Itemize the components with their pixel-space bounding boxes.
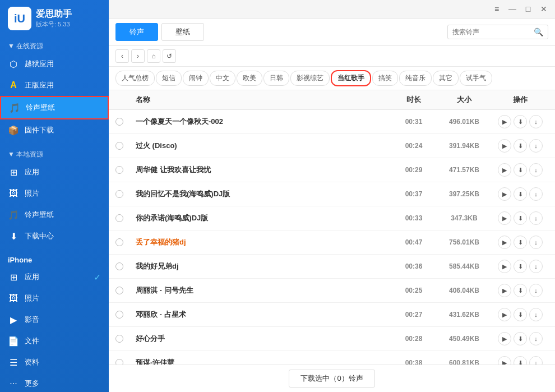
add-btn-4[interactable]: ↓ xyxy=(529,211,543,225)
play-btn-1[interactable]: ▶ xyxy=(498,139,511,153)
radio-9[interactable] xyxy=(115,335,123,343)
ringtone-tab[interactable]: 铃声 xyxy=(115,23,158,41)
category-tab-laugh[interactable]: 搞笑 xyxy=(372,71,398,86)
row-check-2[interactable] xyxy=(115,166,136,174)
category-tab-other[interactable]: 其它 xyxy=(433,71,459,86)
forward-btn[interactable]: › xyxy=(131,49,145,63)
category-tab-pure[interactable]: 纯音乐 xyxy=(399,71,432,86)
download-btn-2[interactable]: ⬇ xyxy=(514,163,527,177)
wallpaper-tab[interactable]: 壁纸 xyxy=(161,23,204,41)
row-check-10[interactable] xyxy=(115,359,136,365)
radio-0[interactable] xyxy=(115,118,123,126)
add-btn-10[interactable]: ↓ xyxy=(529,356,543,365)
table-row[interactable]: 我的好兄弟dj 00:36 585.44KB ▶ ⬇ ↓ xyxy=(109,255,555,279)
row-check-6[interactable] xyxy=(115,262,136,270)
sidebar-item-iphone-data[interactable]: ☰ 资料 xyxy=(0,352,109,373)
sidebar-item-iphone-apps[interactable]: ⊞ 应用 ✓ xyxy=(0,266,109,288)
play-btn-8[interactable]: ▶ xyxy=(498,308,511,321)
radio-6[interactable] xyxy=(115,262,123,270)
download-btn-1[interactable]: ⬇ xyxy=(514,139,527,153)
play-btn-7[interactable]: ▶ xyxy=(498,284,511,297)
add-btn-7[interactable]: ↓ xyxy=(529,284,543,297)
download-btn-3[interactable]: ⬇ xyxy=(514,187,527,201)
row-check-1[interactable] xyxy=(115,142,136,150)
play-btn-9[interactable]: ▶ xyxy=(498,332,511,345)
category-tab-try-mood[interactable]: 试手气 xyxy=(460,71,492,86)
play-btn-6[interactable]: ▶ xyxy=(498,260,511,273)
category-tab-hot-singer[interactable]: 当红歌手 xyxy=(331,70,371,86)
search-input[interactable] xyxy=(452,28,531,36)
play-btn-5[interactable]: ▶ xyxy=(498,236,511,249)
row-check-4[interactable] xyxy=(115,214,136,222)
table-row[interactable]: 周华健 让我欢喜让我忧 00:29 471.57KB ▶ ⬇ ↓ xyxy=(109,158,555,182)
add-btn-5[interactable]: ↓ xyxy=(529,236,543,249)
radio-2[interactable] xyxy=(115,166,123,174)
sidebar-item-ringtone-wallpaper[interactable]: 🎵 铃声壁纸 xyxy=(0,96,109,119)
back-btn[interactable]: ‹ xyxy=(115,49,129,63)
download-btn-5[interactable]: ⬇ xyxy=(514,236,527,249)
add-btn-6[interactable]: ↓ xyxy=(529,260,543,273)
add-btn-1[interactable]: ↓ xyxy=(529,139,543,153)
play-btn-0[interactable]: ▶ xyxy=(498,115,511,128)
radio-3[interactable] xyxy=(115,190,123,198)
category-tab-korean[interactable]: 日韩 xyxy=(263,71,289,86)
radio-1[interactable] xyxy=(115,142,123,150)
row-check-7[interactable] xyxy=(115,287,136,294)
min-btn[interactable]: — xyxy=(507,3,518,15)
sidebar-item-iphone-files[interactable]: 📄 文件 xyxy=(0,330,109,352)
sidebar-item-iphone-more[interactable]: ··· 更多 xyxy=(0,373,109,392)
category-tab-western[interactable]: 欧美 xyxy=(237,71,262,86)
category-tab-chinese[interactable]: 中文 xyxy=(210,71,235,86)
refresh-btn[interactable]: ↺ xyxy=(163,49,176,63)
sidebar-item-official[interactable]: A 正版应用 xyxy=(0,75,109,96)
add-btn-8[interactable]: ↓ xyxy=(529,308,543,321)
category-tab-funny[interactable]: 闹钟 xyxy=(183,71,209,86)
add-btn-3[interactable]: ↓ xyxy=(529,187,543,201)
download-btn-4[interactable]: ⬇ xyxy=(514,211,527,225)
row-check-8[interactable] xyxy=(115,311,136,319)
sidebar-item-local-ringtone[interactable]: 🎵 铃声壁纸 xyxy=(0,204,109,225)
sidebar-item-iphone-media[interactable]: ▶ 影音 xyxy=(0,309,109,330)
category-tab-variety[interactable]: 影视综艺 xyxy=(290,71,330,86)
max-btn[interactable]: □ xyxy=(522,3,534,15)
radio-7[interactable] xyxy=(115,287,123,294)
radio-4[interactable] xyxy=(115,214,123,222)
play-btn-10[interactable]: ▶ xyxy=(498,356,511,365)
sidebar-item-local-photos[interactable]: 🖼 照片 xyxy=(0,183,109,204)
sidebar-item-firmware[interactable]: 📦 固件下载 xyxy=(0,119,109,141)
add-btn-9[interactable]: ↓ xyxy=(529,332,543,345)
category-tab-popular[interactable]: 人气总榜 xyxy=(115,71,155,86)
table-row[interactable]: 我的回忆不是我(海鸣威)DJ版 00:37 397.25KB ▶ ⬇ ↓ xyxy=(109,182,555,206)
table-row[interactable]: 一个像夏天一个像秋天-002 00:31 496.01KB ▶ ⬇ ↓ xyxy=(109,110,555,134)
radio-10[interactable] xyxy=(115,359,123,365)
row-check-5[interactable] xyxy=(115,238,136,246)
play-btn-4[interactable]: ▶ xyxy=(498,211,511,225)
download-btn-8[interactable]: ⬇ xyxy=(514,308,527,321)
download-btn-6[interactable]: ⬇ xyxy=(514,260,527,273)
row-check-9[interactable] xyxy=(115,335,136,343)
download-btn-9[interactable]: ⬇ xyxy=(514,332,527,345)
play-btn-3[interactable]: ▶ xyxy=(498,187,511,201)
table-row[interactable]: 好心分手 00:28 450.49KB ▶ ⬇ ↓ xyxy=(109,327,555,351)
row-check-0[interactable] xyxy=(115,118,136,126)
add-btn-2[interactable]: ↓ xyxy=(529,163,543,177)
radio-8[interactable] xyxy=(115,311,123,319)
download-btn-0[interactable]: ⬇ xyxy=(514,115,527,128)
row-check-3[interactable] xyxy=(115,190,136,198)
table-row[interactable]: 过火 (Disco) 00:24 391.94KB ▶ ⬇ ↓ xyxy=(109,134,555,158)
table-row[interactable]: 你的承诺(海鸣威)DJ版 00:33 347.3KB ▶ ⬇ ↓ xyxy=(109,206,555,230)
home-btn[interactable]: ⌂ xyxy=(147,49,160,63)
radio-5[interactable] xyxy=(115,238,123,246)
download-selected-btn[interactable]: 下载选中（0）铃声 xyxy=(289,370,374,388)
download-btn-10[interactable]: ⬇ xyxy=(514,356,527,365)
table-row[interactable]: 预谋-许佳慧 00:38 600.81KB ▶ ⬇ ↓ xyxy=(109,351,555,365)
add-btn-0[interactable]: ↓ xyxy=(529,115,543,128)
table-row[interactable]: 丢了幸福的猪dj 00:47 756.01KB ▶ ⬇ ↓ xyxy=(109,230,555,255)
menu-btn[interactable]: ≡ xyxy=(491,3,502,15)
category-tab-sms[interactable]: 短信 xyxy=(156,71,182,86)
table-row[interactable]: 邓丽欣 - 占星术 00:27 431.62KB ▶ ⬇ ↓ xyxy=(109,303,555,327)
close-btn[interactable]: ✕ xyxy=(538,3,549,15)
play-btn-2[interactable]: ▶ xyxy=(498,163,511,177)
sidebar-item-download[interactable]: ⬇ 下载中心 xyxy=(0,225,109,247)
sidebar-item-local-apps[interactable]: ⊞ 应用 xyxy=(0,162,109,183)
